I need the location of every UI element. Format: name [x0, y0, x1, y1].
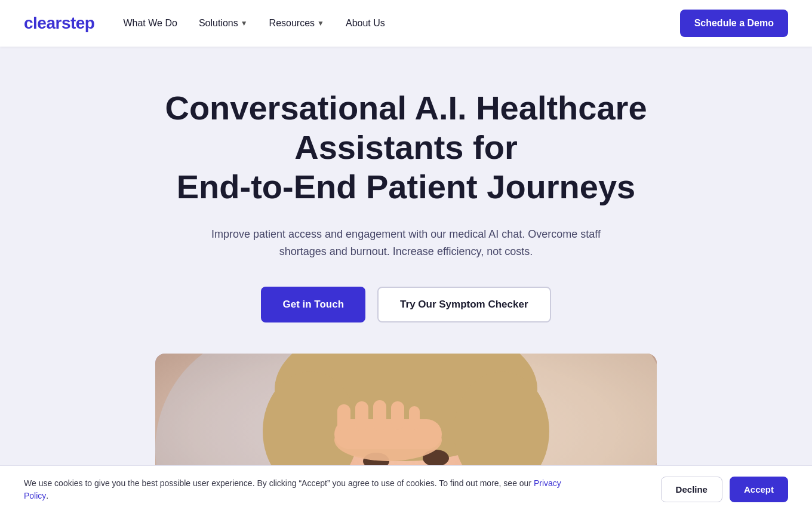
nav-item-resources[interactable]: Resources ▼ — [269, 18, 324, 29]
svg-rect-16 — [409, 406, 420, 430]
nav-item-about-us[interactable]: About Us — [346, 18, 385, 29]
nav-item-solutions[interactable]: Solutions ▼ — [199, 18, 248, 29]
decline-button[interactable]: Decline — [661, 477, 722, 502]
nav-link-resources[interactable]: Resources ▼ — [269, 18, 324, 29]
hero-section: Conversational A.I. Healthcare Assistant… — [0, 47, 812, 513]
hero-subtext: Improve patient access and engagement wi… — [191, 226, 621, 260]
nav-link-about-us[interactable]: About Us — [346, 18, 385, 29]
cookie-buttons: Decline Accept — [661, 477, 788, 502]
svg-rect-13 — [355, 401, 368, 431]
svg-rect-12 — [337, 404, 350, 431]
cookie-banner: We use cookies to give you the best poss… — [0, 465, 812, 513]
try-symptom-checker-button[interactable]: Try Our Symptom Checker — [377, 287, 550, 322]
chevron-down-icon: ▼ — [241, 19, 248, 27]
accept-button[interactable]: Accept — [730, 477, 788, 502]
nav-item-what-we-do[interactable]: What We Do — [123, 18, 177, 29]
schedule-demo-button[interactable]: Schedule a Demo — [680, 10, 788, 37]
svg-rect-15 — [391, 401, 404, 430]
get-in-touch-button[interactable]: Get in Touch — [261, 287, 365, 322]
logo[interactable]: clearstep — [24, 14, 94, 33]
nav-links: What We Do Solutions ▼ Resources ▼ About… — [123, 18, 385, 29]
chevron-down-icon: ▼ — [317, 19, 324, 27]
cookie-text: We use cookies to give you the best poss… — [24, 477, 561, 502]
navigation: clearstep What We Do Solutions ▼ Resourc… — [0, 0, 812, 47]
nav-link-solutions[interactable]: Solutions ▼ — [199, 18, 248, 29]
svg-rect-14 — [373, 400, 386, 431]
nav-link-what-we-do[interactable]: What We Do — [123, 18, 177, 29]
hero-headline: Conversational A.I. Healthcare Assistant… — [137, 88, 675, 207]
nav-left: clearstep What We Do Solutions ▼ Resourc… — [24, 14, 385, 33]
hero-buttons: Get in Touch Try Our Symptom Checker — [24, 287, 788, 322]
